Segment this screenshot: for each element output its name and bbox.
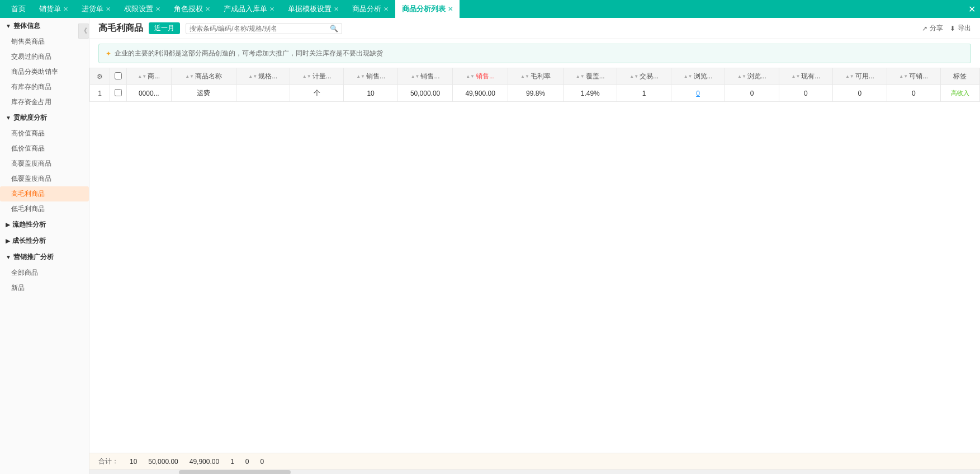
table-footer: 合计： 10 50,000.00 49,900.00 1 0 0 (89, 453, 980, 470)
close-product-analysis-list[interactable]: ✕ (448, 6, 453, 13)
col-available[interactable]: ▲▼可用... (833, 68, 887, 85)
sort-arrows-saleable: ▲▼ (899, 74, 908, 79)
cell-browse2: 0 (725, 85, 779, 102)
nav-product-analysis-list[interactable]: 商品分析列表 ✕ (395, 0, 460, 18)
col-coverage[interactable]: ▲▼覆盖... (564, 68, 617, 85)
cell-gross-rate: 99.8% (508, 85, 563, 102)
sidebar-item-sales-goods[interactable]: 销售类商品 (0, 34, 89, 49)
sidebar-item-in-stock-goods[interactable]: 有库存的商品 (0, 79, 89, 95)
sidebar-group-growth[interactable]: ▶ 成长性分析 (0, 233, 89, 249)
col-sale-amount[interactable]: ▲▼销售... (397, 68, 453, 85)
cell-checkbox[interactable] (110, 85, 127, 102)
sort-arrows-coverage: ▲▼ (576, 74, 585, 79)
share-btn[interactable]: ↗ 分享 (922, 24, 943, 33)
sidebar-item-high-margin[interactable]: 高毛利商品 (0, 186, 89, 201)
cell-sale-amount: 50,000.00 (397, 85, 453, 102)
nav-home[interactable]: 首页 (4, 0, 32, 18)
col-code[interactable]: ▲▼商... (127, 68, 172, 85)
sort-arrows-sale-profit: ▲▼ (466, 74, 475, 79)
close-role-auth[interactable]: ✕ (205, 6, 210, 13)
col-sale-qty[interactable]: ▲▼销售... (344, 68, 397, 85)
sidebar-item-high-value[interactable]: 高价值商品 (0, 126, 89, 141)
nav-template-settings[interactable]: 单据模板设置 ✕ (281, 0, 345, 18)
footer-sale-profit: 49,900.00 (190, 458, 219, 466)
sidebar-group-trend[interactable]: ▶ 流趋性分析 (0, 217, 89, 233)
sidebar-item-high-coverage[interactable]: 高覆盖度商品 (0, 156, 89, 171)
nav-product-analysis[interactable]: 商品分析 ✕ (345, 0, 395, 18)
close-permission-settings[interactable]: ✕ (155, 6, 160, 13)
page-title: 高毛利商品 (98, 22, 143, 34)
table-container[interactable]: ⚙ ▲▼商... ▲▼商品名称 ▲▼规格... ▲▼计量... ▲▼销售... … (89, 68, 980, 453)
footer-sale-amount: 50,000.00 (148, 458, 178, 466)
sort-arrows-available: ▲▼ (845, 74, 854, 79)
nav-finished-goods[interactable]: 产成品入库单 ✕ (217, 0, 281, 18)
content-header: 高毛利商品 近一月 🔍 ↗ 分享 ⬇ 导出 (89, 18, 980, 39)
sidebar-item-traded-goods[interactable]: 交易过的商品 (0, 49, 89, 64)
search-icon[interactable]: 🔍 (330, 25, 338, 32)
cell-coverage: 1.49% (564, 85, 617, 102)
sidebar-group-overall-label: 整体信息 (13, 21, 40, 31)
sidebar-item-low-margin[interactable]: 低毛利商品 (0, 201, 89, 217)
col-browse1[interactable]: ▲▼浏览... (671, 68, 725, 85)
sidebar-item-stock-capital[interactable]: 库存资金占用 (0, 95, 89, 110)
info-banner: ✦ 企业的主要的利润都是这部分商品创造的，可考虑加大推广，同时关注库存是不要出现… (98, 44, 971, 63)
cell-unit: 个 (290, 85, 343, 102)
sidebar-group-contribution[interactable]: ▼ 贡献度分析 (0, 110, 89, 126)
sidebar-group-overall[interactable]: ▼ 整体信息 (0, 18, 89, 34)
col-unit[interactable]: ▲▼计量... (290, 68, 343, 85)
cell-browse1[interactable]: 0 (671, 85, 725, 102)
footer-current: 0 (245, 458, 249, 466)
col-trade-count[interactable]: ▲▼交易... (617, 68, 671, 85)
header-actions: ↗ 分享 ⬇ 导出 (922, 24, 971, 33)
sort-arrows-unit: ▲▼ (302, 74, 311, 79)
nav-purchase-order[interactable]: 进货单 ✕ (75, 0, 117, 18)
row-checkbox[interactable] (115, 89, 122, 96)
col-checkbox[interactable] (110, 68, 127, 85)
sidebar-item-new-goods[interactable]: 新品 (0, 280, 89, 295)
filter-month-btn[interactable]: 近一月 (149, 22, 180, 34)
scrollbar-thumb[interactable] (179, 470, 291, 474)
col-saleable[interactable]: ▲▼可销... (887, 68, 940, 85)
sidebar-item-low-coverage[interactable]: 低覆盖度商品 (0, 171, 89, 186)
footer-label: 合计： (98, 457, 119, 466)
col-settings[interactable]: ⚙ (90, 68, 110, 85)
sidebar-group-trend-label: 流趋性分析 (12, 220, 46, 229)
sidebar-item-category-sales-rate[interactable]: 商品分类助销率 (0, 64, 89, 79)
arrow-marketing: ▼ (6, 254, 11, 260)
footer-trade-count: 1 (230, 458, 234, 466)
select-all-checkbox[interactable] (115, 72, 122, 79)
search-input[interactable] (190, 25, 330, 32)
sidebar-group-marketing-label: 营销推广分析 (13, 252, 54, 262)
close-sales-order[interactable]: ✕ (63, 6, 68, 13)
nav-permission-settings[interactable]: 权限设置 ✕ (117, 0, 167, 18)
col-sale-profit[interactable]: ▲▼销售... (453, 68, 508, 85)
col-name[interactable]: ▲▼商品名称 (171, 68, 236, 85)
browse1-link[interactable]: 0 (696, 90, 700, 97)
col-current[interactable]: ▲▼现有... (779, 68, 832, 85)
col-gross-rate[interactable]: ▲▼毛利率 (508, 68, 563, 85)
col-browse2[interactable]: ▲▼浏览... (725, 68, 779, 85)
sidebar-collapse-btn[interactable]: 《 (78, 24, 89, 39)
cell-spec (236, 85, 290, 102)
share-label: 分享 (930, 24, 943, 33)
close-product-analysis[interactable]: ✕ (384, 6, 389, 13)
sidebar-item-all-goods[interactable]: 全部商品 (0, 265, 89, 280)
horizontal-scrollbar[interactable] (89, 470, 980, 474)
col-tag[interactable]: 标签 (940, 68, 979, 85)
close-template-settings[interactable]: ✕ (334, 6, 339, 13)
col-spec[interactable]: ▲▼规格... (236, 68, 290, 85)
close-all-tabs[interactable]: ✕ (968, 4, 976, 15)
close-purchase-order[interactable]: ✕ (106, 6, 111, 13)
arrow-contribution: ▼ (6, 115, 11, 121)
cell-name: 运费 (171, 85, 236, 102)
sort-arrows-browse2: ▲▼ (737, 74, 746, 79)
cell-num: 1 (90, 85, 110, 102)
nav-role-auth[interactable]: 角色授权 ✕ (167, 0, 217, 18)
sidebar-item-low-value[interactable]: 低价值商品 (0, 141, 89, 156)
cell-code: 0000... (127, 85, 172, 102)
close-finished-goods[interactable]: ✕ (269, 6, 274, 13)
nav-sales-order[interactable]: 销货单 ✕ (32, 0, 75, 18)
arrow-growth: ▶ (6, 238, 10, 244)
export-btn[interactable]: ⬇ 导出 (950, 24, 971, 33)
sidebar-group-marketing[interactable]: ▼ 营销推广分析 (0, 249, 89, 265)
